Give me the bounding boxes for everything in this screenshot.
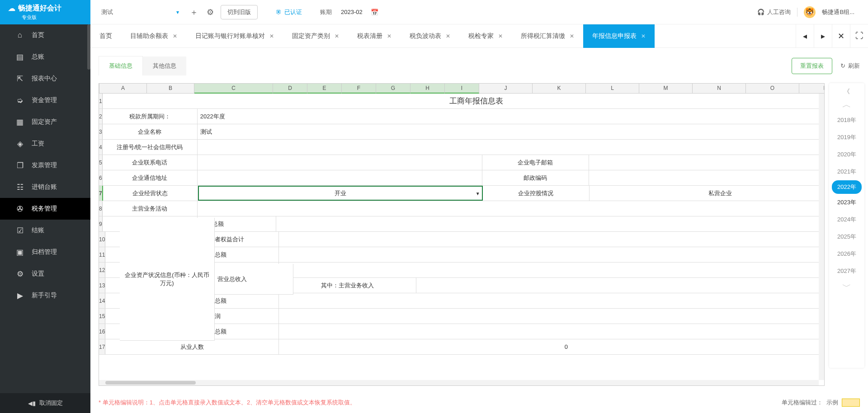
cell[interactable]: 其中：主营业务收入: [279, 278, 416, 293]
year-2024年[interactable]: 2024年: [832, 211, 862, 228]
settings-icon[interactable]: ⚙: [204, 6, 216, 18]
col-header-M[interactable]: M: [639, 84, 693, 93]
cell[interactable]: [198, 140, 819, 155]
year-up-icon[interactable]: ︿: [842, 99, 851, 111]
tab[interactable]: 所得税汇算清缴✕: [512, 24, 583, 48]
year-2023年[interactable]: 2023年: [832, 194, 862, 211]
year-2025年[interactable]: 2025年: [832, 228, 862, 245]
close-icon[interactable]: ✕: [498, 33, 503, 39]
cell[interactable]: [276, 216, 819, 231]
cell[interactable]: 主营业务活动: [103, 201, 198, 216]
col-header-I[interactable]: I: [445, 84, 479, 94]
switch-old-button[interactable]: 切到旧版: [221, 5, 258, 19]
sidebar-item-2[interactable]: ⇱报表中心: [0, 68, 90, 89]
cell[interactable]: [279, 309, 819, 324]
sidebar-item-3[interactable]: ➭资金管理: [0, 89, 90, 111]
tab[interactable]: 税表清册✕: [348, 24, 401, 48]
cell[interactable]: 2022年度: [198, 109, 819, 124]
close-icon[interactable]: ✕: [335, 33, 339, 39]
cell[interactable]: 企业名称: [103, 124, 198, 139]
cell[interactable]: 私营企业: [590, 186, 819, 201]
tab[interactable]: 税负波动表✕: [401, 24, 459, 48]
sidebar-item-0[interactable]: ⌂首页: [0, 24, 90, 46]
col-header-D[interactable]: D: [273, 84, 307, 94]
tab-close-all-button[interactable]: ✕: [832, 24, 850, 48]
col-header-P[interactable]: P: [799, 84, 825, 93]
close-icon[interactable]: ✕: [570, 33, 574, 39]
tab[interactable]: 首页: [90, 24, 121, 48]
collapse-icon[interactable]: 《: [842, 86, 852, 98]
col-header-N[interactable]: N: [693, 84, 746, 93]
cell[interactable]: [589, 155, 819, 170]
fullscreen-button[interactable]: ⛶: [850, 24, 868, 48]
sidebar-item-8[interactable]: ✇税务管理: [0, 198, 90, 220]
cell[interactable]: [279, 247, 819, 262]
org-selector[interactable]: 测试▾: [97, 5, 184, 19]
col-header-B[interactable]: B: [147, 84, 194, 93]
cell[interactable]: 邮政编码: [482, 170, 589, 185]
sheet-title[interactable]: 工商年报信息表: [103, 94, 819, 108]
tab[interactable]: 税检专家✕: [459, 24, 512, 48]
cell[interactable]: [279, 232, 819, 247]
avatar[interactable]: 🐯: [804, 6, 816, 18]
sidebar-item-5[interactable]: ◈工资: [0, 133, 90, 155]
cell[interactable]: [279, 324, 819, 339]
year-down-icon[interactable]: ﹀: [842, 281, 851, 293]
col-header-L[interactable]: L: [586, 84, 639, 93]
tab-other-info[interactable]: 其他信息: [143, 56, 186, 75]
close-icon[interactable]: ✕: [641, 33, 646, 39]
year-2019年[interactable]: 2019年: [832, 129, 862, 146]
col-header-F[interactable]: F: [342, 84, 376, 94]
tab[interactable]: 年报信息申报表✕: [583, 24, 655, 48]
close-icon[interactable]: ✕: [173, 33, 177, 39]
col-header-K[interactable]: K: [533, 84, 586, 93]
year-2026年[interactable]: 2026年: [832, 245, 862, 263]
cell[interactable]: 税款所属期间：: [103, 109, 198, 124]
add-button[interactable]: ＋: [188, 6, 200, 18]
reset-report-button[interactable]: 重置报表: [792, 58, 832, 74]
sidebar-item-11[interactable]: ⚙设置: [0, 263, 90, 285]
col-header-E[interactable]: E: [307, 84, 342, 94]
spreadsheet[interactable]: ABCDEFGHIJKLMNOPQ 1工商年报信息表2税款所属期间：2022年度…: [99, 83, 825, 386]
period-value[interactable]: 2023-02: [341, 9, 363, 15]
sidebar-item-7[interactable]: ☷进销台账: [0, 176, 90, 198]
status-select[interactable]: 开业▼: [198, 186, 483, 201]
year-2022年[interactable]: 2022年: [832, 180, 862, 194]
sidebar-item-6[interactable]: ❐发票管理: [0, 155, 90, 176]
cell[interactable]: 测试: [198, 124, 819, 139]
cell[interactable]: 从业人数: [105, 339, 279, 354]
tab-prev-button[interactable]: ◂: [796, 24, 814, 48]
cell[interactable]: [198, 170, 482, 185]
select-all-corner[interactable]: [99, 84, 99, 93]
tab[interactable]: 日记账与银行对账单核对✕: [186, 24, 283, 48]
cell[interactable]: [279, 263, 819, 277]
cell[interactable]: 企业经营状态: [103, 186, 198, 201]
year-2021年[interactable]: 2021年: [832, 163, 862, 180]
sidebar-item-10[interactable]: ▣归档管理: [0, 241, 90, 263]
year-2018年[interactable]: 2018年: [832, 112, 862, 129]
col-header-G[interactable]: G: [376, 84, 410, 94]
year-2027年[interactable]: 2027年: [832, 263, 862, 280]
cell[interactable]: [589, 170, 819, 185]
cell[interactable]: 企业通信地址: [103, 170, 198, 185]
sidebar-item-1[interactable]: ▤总账: [0, 46, 90, 68]
col-header-A[interactable]: A: [99, 84, 147, 93]
cell[interactable]: 企业联系电话: [103, 155, 198, 170]
close-icon[interactable]: ✕: [387, 33, 392, 39]
username[interactable]: 畅捷通B组...: [822, 8, 854, 16]
sidebar-scrollbar[interactable]: [87, 24, 90, 70]
close-icon[interactable]: ✕: [269, 33, 274, 39]
cell[interactable]: [416, 278, 819, 293]
calendar-icon[interactable]: 📅: [371, 9, 378, 16]
unpin-button[interactable]: ◀▮取消固定: [0, 393, 90, 413]
sidebar-item-4[interactable]: ▦固定资产: [0, 111, 90, 133]
vertical-scrollbar[interactable]: [819, 94, 824, 380]
year-2020年[interactable]: 2020年: [832, 146, 862, 163]
col-header-H[interactable]: H: [410, 84, 445, 94]
cell[interactable]: 企业控股情况: [483, 186, 590, 201]
horizontal-scrollbar[interactable]: [99, 380, 819, 385]
consult-button[interactable]: 🎧人工咨询: [757, 8, 791, 16]
cell[interactable]: [198, 201, 819, 216]
tab[interactable]: 固定资产类别✕: [283, 24, 348, 48]
cell[interactable]: 注册号/统一社会信用代码: [103, 140, 198, 155]
